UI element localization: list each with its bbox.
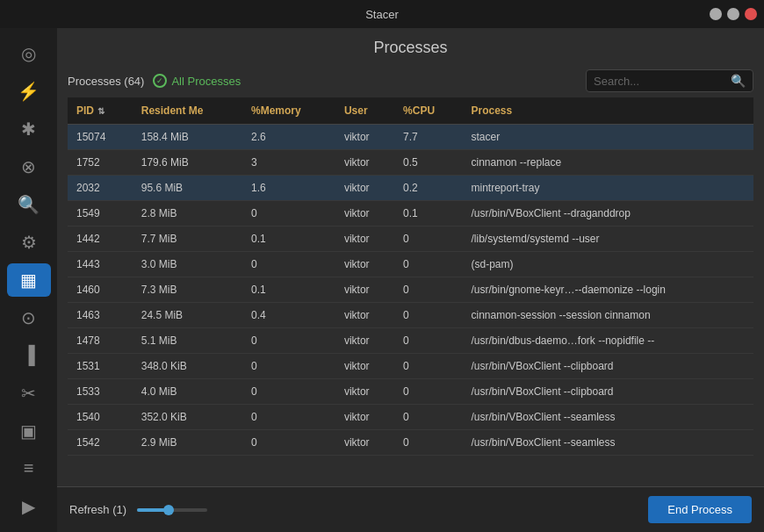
table-row[interactable]: 203295.6 MiB1.6viktor0.2mintreport-tray: [68, 176, 753, 201]
cell-process: (sd-pam): [462, 252, 753, 277]
sidebar-item-resources[interactable]: ≡: [7, 451, 51, 485]
refresh-slider[interactable]: [137, 508, 207, 512]
cell-user: viktor: [335, 277, 394, 303]
cell-pct_memory: 0: [242, 354, 335, 379]
cell-user: viktor: [335, 150, 394, 176]
cell-pid: 1752: [68, 150, 133, 176]
app-title: Stacer: [365, 8, 399, 21]
cell-resident_mem: 158.4 MiB: [133, 125, 242, 150]
maximize-button[interactable]: [727, 8, 739, 20]
processes-table-wrapper[interactable]: PID⇅Resident Me%MemoryUser%CPUProcess 15…: [68, 97, 753, 486]
search-input[interactable]: [594, 75, 725, 88]
table-row[interactable]: 146324.5 MiB0.4viktor0cinnamon-session -…: [68, 303, 753, 328]
cell-resident_mem: 179.6 MiB: [133, 150, 242, 176]
cell-resident_mem: 2.8 MiB: [133, 201, 242, 226]
col-header-pct_memory: %Memory: [242, 97, 335, 125]
cell-process: cinnamon --replace: [462, 150, 753, 176]
cell-user: viktor: [335, 201, 394, 226]
cell-process: /lib/systemd/systemd --user: [462, 226, 753, 252]
table-row[interactable]: 15422.9 MiB0viktor0/usr/bin/VBoxClient -…: [68, 430, 753, 456]
cell-pct_cpu: 0: [394, 354, 462, 379]
cell-process: /usr/bin/gnome-keyr…--daemonize --login: [462, 277, 753, 303]
content-area: Processes Processes (64) ✓ All Processes…: [57, 28, 764, 532]
cell-pct_memory: 3: [242, 150, 335, 176]
cell-pid: 1542: [68, 430, 133, 456]
refresh-label: Refresh (1): [69, 503, 126, 516]
table-row[interactable]: 1752179.6 MiB3viktor0.5cinnamon --replac…: [68, 150, 753, 176]
processes-count-label: Processes (64): [68, 75, 144, 88]
table-row[interactable]: 1531348.0 KiB0viktor0/usr/bin/VBoxClient…: [68, 354, 753, 379]
sidebar-item-terminal[interactable]: ▶: [7, 489, 51, 523]
cell-pid: 2032: [68, 176, 133, 201]
cell-pid: 1531: [68, 354, 133, 379]
slider-thumb: [163, 505, 174, 515]
cell-pct_memory: 0.1: [242, 277, 335, 303]
table-body: 15074158.4 MiB2.6viktor7.7stacer1752179.…: [68, 125, 753, 456]
sidebar-item-startup[interactable]: ⚡: [7, 75, 51, 109]
window-controls: [710, 8, 757, 20]
table-row[interactable]: 14607.3 MiB0.1viktor0/usr/bin/gnome-keyr…: [68, 277, 753, 303]
cell-resident_mem: 2.9 MiB: [133, 430, 242, 456]
cell-resident_mem: 348.0 KiB: [133, 354, 242, 379]
cell-pct_cpu: 0: [394, 430, 462, 456]
sidebar-item-settings[interactable]: ⚙: [7, 226, 51, 260]
col-header-pid[interactable]: PID⇅: [68, 97, 133, 125]
main-layout: ◎⚡✱⊗🔍⚙▦⊙▐✂▣≡▶ Processes Processes (64) ✓…: [0, 28, 764, 532]
cell-pct_cpu: 0: [394, 303, 462, 328]
search-box: 🔍: [586, 69, 753, 92]
sidebar-item-disk[interactable]: ⊙: [7, 300, 51, 334]
cell-pct_memory: 0: [242, 405, 335, 430]
cell-pct_memory: 0: [242, 201, 335, 226]
table-row[interactable]: 14785.1 MiB0viktor0/usr/bin/dbus-daemo…f…: [68, 328, 753, 354]
sort-icon-pid: ⇅: [97, 106, 105, 116]
col-header-user: User: [335, 97, 394, 125]
sidebar-item-dashboard[interactable]: ◎: [7, 37, 51, 71]
cell-pct_cpu: 0: [394, 226, 462, 252]
titlebar: Stacer: [0, 0, 764, 28]
cell-resident_mem: 7.7 MiB: [133, 226, 242, 252]
cell-user: viktor: [335, 252, 394, 277]
search-icon[interactable]: 🔍: [731, 74, 746, 88]
cell-resident_mem: 4.0 MiB: [133, 379, 242, 405]
cell-pct_memory: 0.4: [242, 303, 335, 328]
sidebar-item-search[interactable]: 🔍: [7, 188, 51, 222]
table-row[interactable]: 15492.8 MiB0viktor0.1/usr/bin/VBoxClient…: [68, 201, 753, 226]
sidebar-item-analytics[interactable]: ▐: [7, 338, 51, 372]
table-row[interactable]: 14433.0 MiB0viktor0(sd-pam): [68, 252, 753, 277]
cell-pid: 1549: [68, 201, 133, 226]
minimize-button[interactable]: [710, 8, 722, 20]
toolbar: Processes (64) ✓ All Processes 🔍: [57, 64, 764, 97]
cell-process: /usr/bin/VBoxClient --clipboard: [462, 379, 753, 405]
cell-process: /usr/bin/VBoxClient --seamless: [462, 430, 753, 456]
cell-process: cinnamon-session --session cinnamon: [462, 303, 753, 328]
sidebar-item-packages[interactable]: ▣: [7, 413, 51, 448]
col-header-pct_cpu: %CPU: [394, 97, 462, 125]
sidebar-item-services[interactable]: ✱: [7, 112, 51, 147]
table-row[interactable]: 1540352.0 KiB0viktor0/usr/bin/VBoxClient…: [68, 405, 753, 430]
cell-process: stacer: [462, 125, 753, 150]
cell-pct_cpu: 0.2: [394, 176, 462, 201]
end-process-button[interactable]: End Process: [648, 496, 752, 523]
cell-pct_cpu: 0: [394, 379, 462, 405]
sidebar-item-uninstaller[interactable]: ⊗: [7, 150, 51, 184]
cell-user: viktor: [335, 226, 394, 252]
all-processes-filter[interactable]: ✓ All Processes: [153, 74, 241, 88]
cell-pid: 1540: [68, 405, 133, 430]
page-title: Processes: [57, 28, 764, 64]
cell-pct_cpu: 0.5: [394, 150, 462, 176]
cell-resident_mem: 5.1 MiB: [133, 328, 242, 354]
sidebar-item-processes[interactable]: ▦: [7, 263, 51, 298]
sidebar-item-tools[interactable]: ✂: [7, 376, 51, 410]
cell-user: viktor: [335, 125, 394, 150]
table-row[interactable]: 14427.7 MiB0.1viktor0/lib/systemd/system…: [68, 226, 753, 252]
cell-resident_mem: 3.0 MiB: [133, 252, 242, 277]
cell-pid: 1533: [68, 379, 133, 405]
cell-pct_cpu: 0: [394, 277, 462, 303]
cell-user: viktor: [335, 379, 394, 405]
table-row[interactable]: 15074158.4 MiB2.6viktor7.7stacer: [68, 125, 753, 150]
close-button[interactable]: [745, 8, 757, 20]
cell-pct_cpu: 7.7: [394, 125, 462, 150]
table-row[interactable]: 15334.0 MiB0viktor0/usr/bin/VBoxClient -…: [68, 379, 753, 405]
cell-pid: 1463: [68, 303, 133, 328]
cell-resident_mem: 24.5 MiB: [133, 303, 242, 328]
